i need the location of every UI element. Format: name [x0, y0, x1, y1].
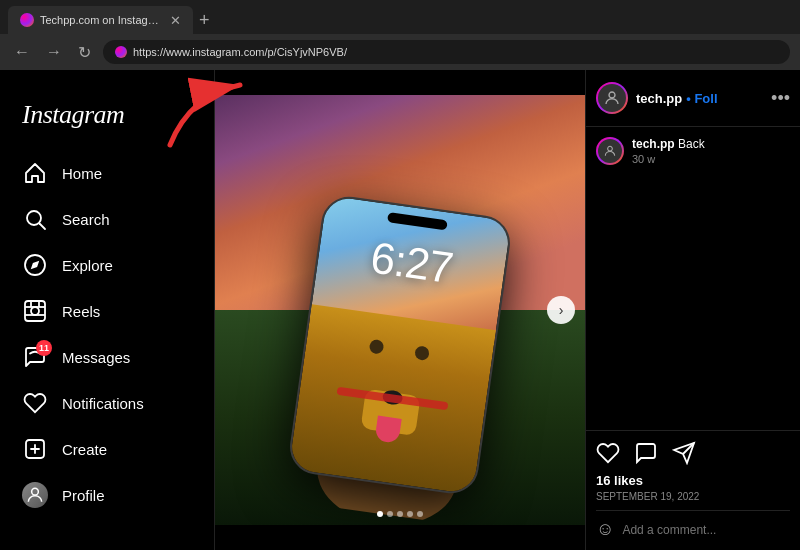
next-arrow[interactable]: › — [547, 296, 575, 324]
svg-line-1 — [40, 224, 46, 230]
post-username[interactable]: tech.pp — [636, 91, 682, 106]
comment-section: tech.pp Back 30 w — [586, 127, 800, 430]
forward-button[interactable]: → — [42, 41, 66, 63]
explore-icon — [22, 252, 48, 278]
sidebar-item-messages[interactable]: 11 Messages — [10, 334, 204, 380]
dot-4 — [407, 511, 413, 517]
active-tab[interactable]: Techpp.com on Instagram: "Back... ✕ — [8, 6, 193, 34]
create-label: Create — [62, 441, 107, 458]
comment-item: tech.pp Back 30 w — [596, 137, 790, 165]
sidebar-item-search[interactable]: Search — [10, 196, 204, 242]
url-text: https://www.instagram.com/p/CisYjvNP6VB/ — [133, 46, 347, 58]
post-area: 6:27 › — [215, 70, 585, 550]
tab-bar: Techpp.com on Instagram: "Back... ✕ + — [0, 0, 800, 34]
comment-avatar — [596, 137, 624, 165]
dot-3 — [397, 511, 403, 517]
follow-button[interactable]: • Foll — [686, 91, 717, 106]
svg-point-5 — [31, 307, 39, 315]
search-label: Search — [62, 211, 110, 228]
tab-title: Techpp.com on Instagram: "Back... — [40, 14, 160, 26]
tab-close-button[interactable]: ✕ — [170, 13, 181, 28]
comment-text: tech.pp Back — [632, 137, 705, 151]
comment-body: Back — [678, 137, 705, 151]
action-icons — [596, 441, 790, 465]
svg-rect-4 — [25, 301, 45, 321]
notifications-label: Notifications — [62, 395, 144, 412]
messages-badge: 11 — [36, 340, 52, 356]
post-header: tech.pp • Foll ••• — [586, 70, 800, 127]
explore-label: Explore — [62, 257, 113, 274]
dot-1 — [377, 511, 383, 517]
right-panel: tech.pp • Foll ••• tech.pp Back — [585, 70, 800, 550]
comment-time: 30 w — [632, 153, 705, 165]
reels-icon — [22, 298, 48, 324]
post-meta: tech.pp • Foll — [636, 91, 763, 106]
svg-marker-3 — [31, 261, 39, 269]
search-icon — [22, 206, 48, 232]
browser-chrome: Techpp.com on Instagram: "Back... ✕ + ← … — [0, 0, 800, 70]
post-author-avatar — [596, 82, 628, 114]
svg-point-23 — [608, 146, 613, 151]
back-button[interactable]: ← — [10, 41, 34, 63]
add-comment-row: ☺ — [596, 510, 790, 540]
comment-input[interactable] — [622, 523, 790, 537]
post-image-container: 6:27 › — [215, 95, 585, 525]
post-username-row: tech.pp • Foll — [636, 91, 763, 106]
like-button[interactable] — [596, 441, 620, 465]
sidebar-item-explore[interactable]: Explore — [10, 242, 204, 288]
dot-2 — [387, 511, 393, 517]
more-options-button[interactable]: ••• — [771, 88, 790, 109]
emoji-button[interactable]: ☺ — [596, 519, 614, 540]
profile-avatar — [22, 482, 48, 508]
profile-icon — [22, 482, 48, 508]
reload-button[interactable]: ↻ — [74, 41, 95, 64]
comment-button[interactable] — [634, 441, 658, 465]
sidebar-item-create[interactable]: Create — [10, 426, 204, 472]
address-favicon — [115, 46, 127, 58]
notifications-icon — [22, 390, 48, 416]
post-date: September 19, 2022 — [596, 491, 790, 502]
messages-label: Messages — [62, 349, 130, 366]
create-icon — [22, 436, 48, 462]
red-arrow — [160, 75, 260, 159]
comment-username[interactable]: tech.pp — [632, 137, 675, 151]
main-content: Instagram Home Search Explore — [0, 70, 800, 550]
address-bar[interactable]: https://www.instagram.com/p/CisYjvNP6VB/ — [103, 40, 790, 64]
sidebar-item-notifications[interactable]: Notifications — [10, 380, 204, 426]
dot-5 — [417, 511, 423, 517]
sidebar-item-reels[interactable]: Reels — [10, 288, 204, 334]
avatar-inner — [598, 84, 626, 112]
comment-avatar-inner — [598, 139, 622, 163]
svg-point-22 — [609, 92, 615, 98]
new-tab-button[interactable]: + — [199, 10, 210, 31]
profile-label: Profile — [62, 487, 105, 504]
tab-favicon — [20, 13, 34, 27]
post-actions: 16 likes September 19, 2022 ☺ — [586, 430, 800, 550]
home-label: Home — [62, 165, 102, 182]
comment-content: tech.pp Back 30 w — [632, 137, 705, 165]
home-icon — [22, 160, 48, 186]
likes-count: 16 likes — [596, 473, 790, 488]
share-button[interactable] — [672, 441, 696, 465]
svg-point-13 — [32, 488, 39, 495]
reels-label: Reels — [62, 303, 100, 320]
dots-indicator — [377, 511, 423, 517]
address-bar-row: ← → ↻ https://www.instagram.com/p/CisYjv… — [0, 34, 800, 70]
sidebar-item-profile[interactable]: Profile — [10, 472, 204, 518]
